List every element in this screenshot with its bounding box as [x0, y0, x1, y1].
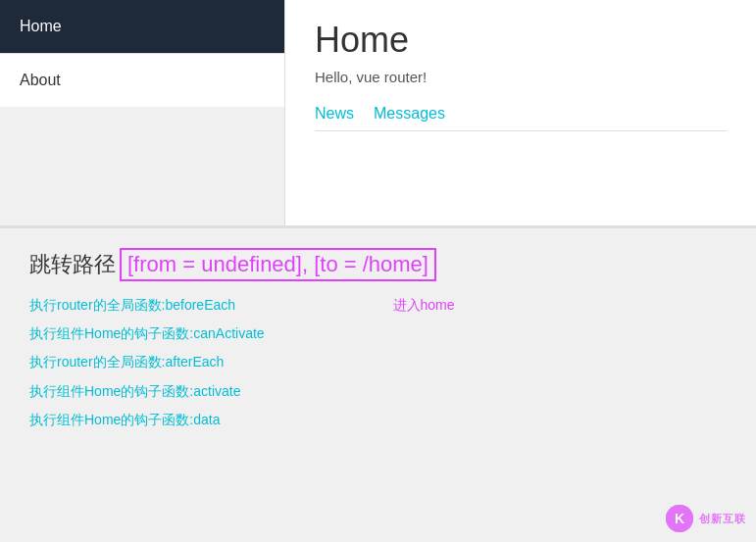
main-content: Home Hello, vue router! News Messages [284, 0, 756, 225]
log-rows: 执行router的全局函数:beforeEach 进入home 执行组件Home… [29, 293, 727, 432]
log-item-right [393, 408, 728, 432]
log-item: 执行组件Home的钩子函数:canActivate [29, 321, 364, 346]
watermark-icon: K [666, 505, 693, 532]
log-item-right: 进入home [393, 293, 728, 318]
sub-nav: News Messages [315, 105, 727, 131]
log-item: 执行组件Home的钩子函数:activate [29, 379, 364, 404]
page-title: Home [315, 20, 727, 61]
jump-path-row: 跳转路径 [from = undefined], [to = /home] [29, 248, 727, 281]
tab-messages[interactable]: Messages [374, 105, 445, 123]
sidebar-item-about[interactable]: About [0, 53, 284, 107]
jump-label: 跳转路径 [29, 250, 116, 279]
log-item: 执行router的全局函数:beforeEach [29, 293, 364, 318]
debug-section: 跳转路径 [from = undefined], [to = /home] 执行… [0, 225, 756, 452]
log-item-right [393, 350, 728, 374]
jump-value: [from = undefined], [to = /home] [120, 248, 436, 281]
sidebar-item-home[interactable]: Home [0, 0, 284, 53]
log-item: 执行组件Home的钩子函数:data [29, 408, 364, 432]
svg-text:K: K [675, 511, 684, 526]
log-item-right [393, 321, 728, 346]
watermark: K 创新互联 [666, 505, 746, 532]
log-item: 执行router的全局函数:afterEach [29, 350, 364, 374]
tab-news[interactable]: News [315, 105, 354, 123]
log-item-right [393, 379, 728, 404]
watermark-text: 创新互联 [699, 512, 746, 526]
sidebar: Home About [0, 0, 284, 225]
page-subtitle: Hello, vue router! [315, 69, 727, 85]
